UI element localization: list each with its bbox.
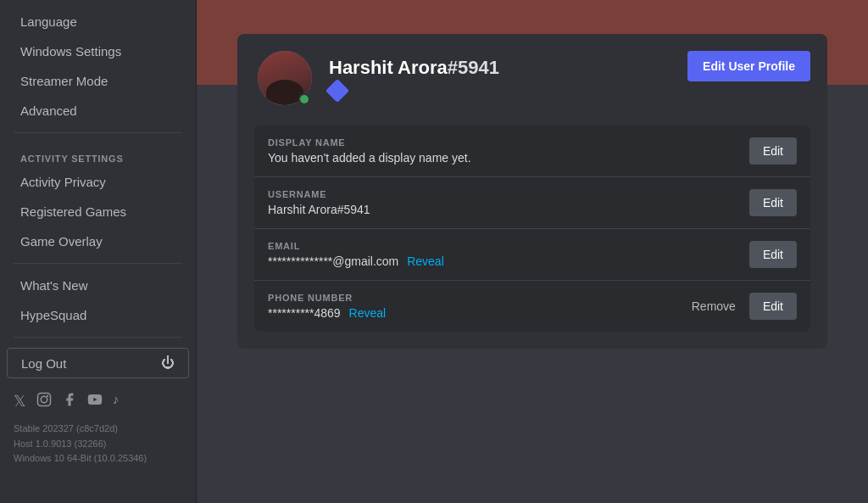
sidebar-item-hypesquad[interactable]: HypeSquad [7, 301, 189, 329]
profile-name-area: Harshit Arora#5941 [329, 57, 674, 99]
profile-username: Harshit Arora#5941 [329, 57, 674, 79]
profile-header: Harshit Arora#5941 Edit User Profile [254, 48, 810, 109]
version-info: Stable 202327 (c8c7d2d) Host 1.0.9013 (3… [0, 418, 196, 473]
remove-phone-button[interactable]: Remove [685, 294, 743, 318]
main-content: Harshit Arora#5941 Edit User Profile DIS… [197, 0, 868, 503]
sidebar-item-streamer-mode[interactable]: Streamer Mode [7, 67, 189, 95]
field-actions-display-name: Edit [749, 137, 797, 165]
divider-3 [14, 337, 182, 338]
profile-card: Harshit Arora#5941 Edit User Profile DIS… [237, 34, 827, 349]
logout-icon: ⏻ [161, 355, 175, 371]
nitro-diamond-icon [326, 79, 349, 103]
status-dot-online [298, 93, 310, 105]
profile-field-phone: PHONE NUMBER **********4869 Reveal Remov… [254, 281, 810, 332]
divider-2 [14, 263, 182, 264]
sidebar-item-registered-games[interactable]: Registered Games [7, 198, 189, 226]
edit-email-button[interactable]: Edit [749, 241, 797, 268]
field-info-phone: PHONE NUMBER **********4869 Reveal [268, 293, 685, 320]
field-info-username: USERNAME Harshit Arora#5941 [268, 189, 749, 216]
edit-profile-button[interactable]: Edit User Profile [687, 51, 810, 81]
sidebar-item-windows-settings[interactable]: Windows Settings [7, 37, 189, 65]
edit-username-button[interactable]: Edit [749, 189, 797, 216]
field-actions-phone: Remove Edit [685, 293, 797, 320]
svg-point-2 [47, 395, 48, 397]
divider-1 [14, 132, 182, 133]
sidebar-item-advanced[interactable]: Advanced [7, 97, 189, 125]
sidebar-item-game-overlay[interactable]: Game Overlay [7, 227, 189, 255]
sidebar-item-activity-privacy[interactable]: Activity Privacy [7, 168, 189, 196]
field-info-email: EMAIL **************@gmail.com Reveal [268, 241, 749, 268]
facebook-icon[interactable] [62, 392, 77, 411]
sidebar: Language Windows Settings Streamer Mode … [0, 0, 197, 503]
reveal-email-link[interactable]: Reveal [407, 254, 444, 268]
profile-fields: DISPLAY NAME You haven't added a display… [254, 126, 810, 332]
svg-rect-0 [38, 394, 51, 406]
social-icons-row: 𝕏 ♪ [0, 382, 196, 418]
profile-field-username: USERNAME Harshit Arora#5941 Edit [254, 177, 810, 229]
field-info-display-name: DISPLAY NAME You haven't added a display… [268, 137, 749, 165]
sidebar-item-language[interactable]: Language [7, 8, 189, 36]
profile-field-display-name: DISPLAY NAME You haven't added a display… [254, 126, 810, 177]
sidebar-item-whats-new[interactable]: What's New [7, 271, 189, 299]
edit-display-name-button[interactable]: Edit [749, 137, 797, 165]
avatar-wrapper [254, 48, 315, 109]
reveal-phone-link[interactable]: Reveal [349, 306, 387, 320]
profile-badge [329, 82, 674, 99]
instagram-icon[interactable] [36, 392, 52, 411]
logout-button[interactable]: Log Out ⏻ [7, 348, 189, 378]
edit-phone-button[interactable]: Edit [749, 293, 797, 320]
twitter-icon[interactable]: 𝕏 [14, 392, 26, 411]
field-actions-email: Edit [749, 241, 797, 268]
activity-settings-section-label: ACTIVITY SETTINGS [7, 140, 189, 167]
tiktok-icon[interactable]: ♪ [113, 392, 120, 411]
youtube-icon[interactable] [87, 392, 103, 411]
svg-point-1 [41, 396, 47, 403]
field-actions-username: Edit [749, 189, 797, 216]
profile-field-email: EMAIL **************@gmail.com Reveal Ed… [254, 229, 810, 281]
